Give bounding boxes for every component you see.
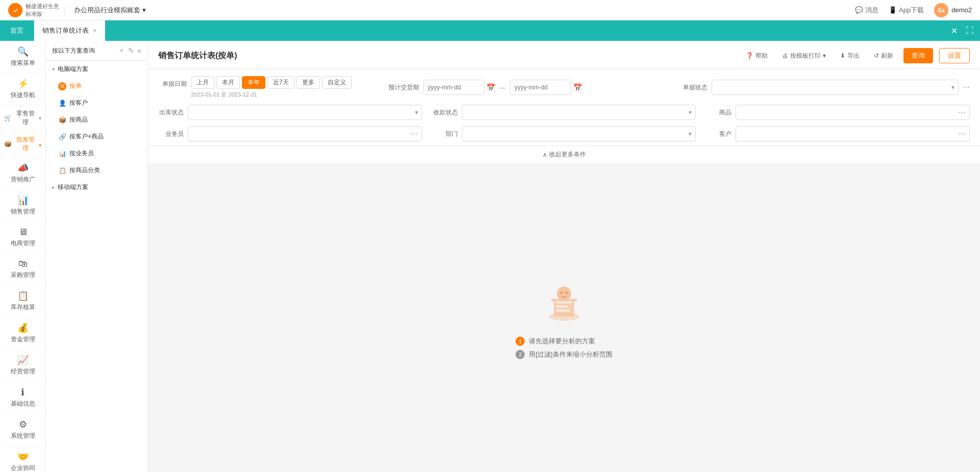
sidebar-item-sales[interactable]: 📊 销售管理 bbox=[0, 190, 45, 222]
refresh-icon: ↺ bbox=[874, 52, 879, 59]
date-btn-last-month[interactable]: 上月 bbox=[191, 76, 214, 89]
customer-input[interactable]: ⋯ bbox=[736, 126, 970, 141]
tab-expand-icon[interactable]: ⛶ bbox=[964, 24, 976, 37]
svg-rect-5 bbox=[556, 310, 570, 312]
tree-node-by-customer[interactable]: 👤 按客户 bbox=[46, 95, 148, 111]
bill-status-more-icon[interactable]: ⋯ bbox=[963, 83, 970, 91]
export-button[interactable]: ⬇ 导出 bbox=[836, 50, 864, 62]
tree-node-by-salesperson[interactable]: 📊 按业务员 bbox=[46, 145, 148, 162]
page-title: 销售订单统计表(按单) bbox=[158, 51, 237, 61]
sidebar-item-inventory[interactable]: 📋 库存核算 bbox=[0, 285, 45, 317]
date-separator: — bbox=[499, 84, 506, 91]
filter-row-2: 出库状态 收款状态 bbox=[158, 105, 970, 120]
tree-node-by-product-category[interactable]: 📋 按商品分类 bbox=[46, 162, 148, 179]
settings-button[interactable]: 设置 bbox=[939, 48, 970, 63]
tree-node-by-customer-product[interactable]: 🔗 按客户+商品 bbox=[46, 128, 148, 145]
collapse-filter-button[interactable]: ∧ 收起更多条件 bbox=[148, 146, 980, 163]
tab-current[interactable]: 销售订单统计表 × bbox=[34, 20, 105, 41]
tip-number-1: 1 bbox=[516, 337, 525, 346]
sidebar-item-wholesale[interactable]: 📦 批发管理 ▴ bbox=[0, 131, 45, 157]
expected-delivery-end-input[interactable] bbox=[510, 80, 571, 95]
sidebar-item-search[interactable]: 🔍 搜索菜单 bbox=[0, 41, 45, 73]
tree-node-label: 按客户+商品 bbox=[69, 132, 104, 141]
tab-close-icon[interactable]: × bbox=[93, 27, 96, 34]
edit-scheme-button[interactable]: ✎ bbox=[128, 46, 134, 55]
date-btn-this-month[interactable]: 本月 bbox=[216, 76, 240, 89]
node-bullet-icon: 按 bbox=[58, 82, 66, 90]
main-layout: 🔍 搜索菜单 ⚡ 快捷导航 🛒 零售管理 ▾ 📦 批发管理 ▴ 📣 营销推广 📊… bbox=[0, 41, 980, 472]
svg-rect-4 bbox=[556, 305, 568, 308]
date-btn-custom[interactable]: 自定义 bbox=[322, 76, 352, 89]
help-button[interactable]: ❓ 帮助 bbox=[742, 50, 772, 62]
print-icon: 🖨 bbox=[782, 52, 788, 59]
tree-section-mobile[interactable]: ▸ 移动端方案 bbox=[46, 179, 148, 196]
svg-point-0 bbox=[12, 7, 19, 14]
empty-tip-1: 1 请先选择要分析的方案 bbox=[516, 337, 612, 346]
sidebar-item-ecommerce[interactable]: 🖥 电商管理 bbox=[0, 222, 45, 253]
product-node-icon: 📦 bbox=[58, 116, 66, 124]
app-download-label: App下载 bbox=[899, 6, 924, 15]
sidebar-item-marketing[interactable]: 📣 营销推广 bbox=[0, 157, 45, 190]
sidebar-item-basic[interactable]: ℹ 基础信息 bbox=[0, 382, 45, 414]
sidebar-item-purchase[interactable]: 🛍 采购管理 bbox=[0, 253, 45, 285]
message-action[interactable]: 💬 消息 bbox=[855, 6, 878, 15]
left-panel: 按以下方案查询 ＋ ✎ « ▾ 电脑端方案 按 按单 👤 按客户 📦 bbox=[46, 41, 148, 472]
bill-date-label: 单据日期 bbox=[158, 76, 187, 88]
tab-close-window-icon[interactable]: ✕ bbox=[949, 24, 960, 38]
help-icon: ❓ bbox=[746, 52, 753, 59]
sidebar-item-label: 基础信息 bbox=[11, 399, 35, 408]
sidebar-item-label: 电商管理 bbox=[11, 239, 35, 248]
sidebar-item-system[interactable]: ⚙ 系统管理 bbox=[0, 414, 45, 446]
query-button[interactable]: 查询 bbox=[903, 48, 933, 63]
expected-delivery-start-input[interactable] bbox=[423, 80, 484, 95]
date-range-display: 2023-01-01 至 2023-12-31 bbox=[191, 91, 352, 99]
tree-section-pc-label: 电脑端方案 bbox=[58, 65, 88, 74]
collection-status-filter: 收款状态 bbox=[432, 105, 696, 120]
goods-filter: 商品 ⋯ bbox=[706, 105, 970, 120]
add-scheme-button[interactable]: ＋ bbox=[118, 46, 125, 55]
bill-status-select[interactable] bbox=[712, 80, 959, 95]
refresh-button[interactable]: ↺ 刷新 bbox=[870, 50, 897, 62]
collapse-panel-button[interactable]: « bbox=[137, 46, 141, 55]
sidebar-item-enterprise[interactable]: 🤝 企业协同 bbox=[0, 446, 45, 472]
user-area[interactable]: Ea demo2 bbox=[934, 3, 972, 17]
salesperson-input[interactable]: ⋯ bbox=[188, 126, 422, 141]
date-btn-this-year[interactable]: 本年 bbox=[242, 76, 265, 89]
sidebar-item-quick-nav[interactable]: ⚡ 快捷导航 bbox=[0, 73, 45, 105]
calendar-end-icon[interactable]: 📅 bbox=[573, 83, 582, 91]
app-selector[interactable]: 办公用品行业模拟账套 ▾ bbox=[70, 4, 150, 17]
calendar-start-icon[interactable]: 📅 bbox=[486, 83, 495, 91]
product-category-node-icon: 📋 bbox=[58, 167, 66, 175]
department-select[interactable] bbox=[462, 126, 696, 141]
sidebar-item-retail[interactable]: 🛒 零售管理 ▾ bbox=[0, 105, 45, 131]
svg-rect-3 bbox=[556, 301, 572, 303]
sidebar-item-operations[interactable]: 📈 经营管理 bbox=[0, 349, 45, 382]
sidebar-item-label: 批发管理 bbox=[14, 135, 37, 153]
left-panel-actions: ＋ ✎ « bbox=[118, 46, 141, 55]
delivery-status-select[interactable] bbox=[188, 105, 422, 120]
goods-input[interactable]: ⋯ bbox=[736, 105, 970, 120]
svg-point-6 bbox=[557, 287, 571, 301]
topbar-right: 💬 消息 📱 App下载 Ea demo2 bbox=[855, 3, 972, 17]
sidebar-item-label: 搜索菜单 bbox=[11, 59, 35, 67]
collection-status-select[interactable] bbox=[462, 105, 696, 120]
salesperson-node-icon: 📊 bbox=[58, 150, 66, 158]
date-btn-more[interactable]: 更多 bbox=[297, 76, 320, 89]
print-template-button[interactable]: 🖨 按模板打印 ▾ bbox=[778, 50, 830, 62]
date-btn-last-7-days[interactable]: 近7天 bbox=[267, 76, 295, 89]
app-download-action[interactable]: 📱 App下载 bbox=[889, 6, 924, 15]
export-label: 导出 bbox=[847, 52, 860, 60]
main-content: 销售订单统计表(按单) ❓ 帮助 🖨 按模板打印 ▾ ⬇ 导出 bbox=[148, 41, 980, 472]
delivery-status-select-wrap bbox=[188, 105, 422, 120]
sidebar-item-finance[interactable]: 💰 资金管理 bbox=[0, 317, 45, 349]
tree-section-pc[interactable]: ▾ 电脑端方案 bbox=[46, 61, 148, 78]
department-label: 部门 bbox=[432, 130, 458, 138]
purchase-icon: 🛍 bbox=[18, 258, 28, 269]
sidebar-item-label: 销售管理 bbox=[11, 207, 35, 216]
delivery-status-label: 出库状态 bbox=[158, 108, 184, 117]
tabbar: 首页 销售订单统计表 × ✕ ⛶ bbox=[0, 20, 980, 41]
logo-text: 畅捷通好生意 标准版 bbox=[26, 3, 59, 17]
tree-node-by-product[interactable]: 📦 按商品 bbox=[46, 111, 148, 128]
tab-home[interactable]: 首页 bbox=[0, 20, 34, 41]
tree-node-by-order[interactable]: 按 按单 bbox=[46, 78, 148, 95]
